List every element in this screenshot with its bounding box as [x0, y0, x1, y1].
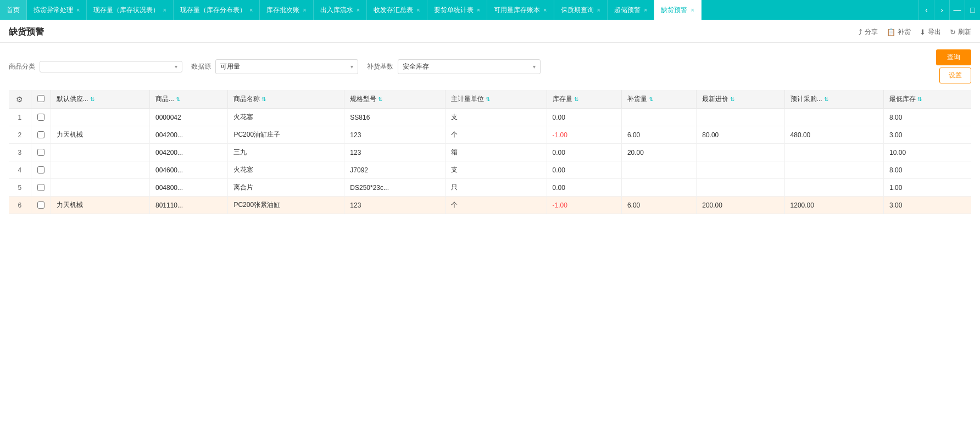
share-button[interactable]: ⤴ 分享 [859, 27, 878, 37]
datasource-select[interactable]: 可用量 ▾ [215, 59, 358, 74]
th-product-code[interactable]: 商品... ⇅ [149, 90, 227, 109]
tab-minimize-btn[interactable]: — [949, 0, 965, 20]
tab-close-shortage[interactable]: × [691, 7, 694, 13]
query-button[interactable]: 查询 [936, 49, 971, 65]
th-default-supplier[interactable]: 默认供应... ⇅ [51, 90, 149, 109]
filter-bar: 商品分类 ▾ 数据源 可用量 ▾ 补货基数 安全库存 ▾ 查询 设置 [0, 43, 980, 90]
cell-replenish-qty: 6.00 [621, 126, 696, 144]
row-checkbox[interactable] [37, 149, 44, 156]
filter-right-buttons: 查询 设置 [936, 49, 971, 83]
header-actions: ⤴ 分享 📋 补货 ⬇ 导出 ↻ 刷新 [859, 27, 971, 37]
tab-prev-btn[interactable]: ‹ [918, 0, 934, 20]
cell-checkbox [31, 161, 51, 179]
th-product-name[interactable]: 商品名称 ⇅ [228, 90, 344, 109]
th-min-stock[interactable]: 最低库存 ⇅ [884, 90, 971, 109]
cell-spec: 123 [344, 144, 446, 161]
tab-order-stats[interactable]: 要货单统计表 × [427, 0, 487, 20]
cell-checkbox [31, 144, 51, 161]
sort-stock-icon: ⇅ [574, 96, 578, 102]
cell-stock: 0.00 [547, 179, 621, 197]
cell-product-name: 火花塞 [228, 161, 344, 179]
tab-shortage[interactable]: 缺货预警 × [654, 0, 701, 20]
tab-available-ledger[interactable]: 可用量库存账本 × [487, 0, 554, 20]
replenish-basis-select[interactable]: 安全库存 ▾ [398, 59, 541, 74]
tab-close-stock-status[interactable]: × [163, 7, 166, 13]
table-settings-icon[interactable]: ⚙ [16, 95, 23, 104]
tab-overstock[interactable]: 超储预警 × [608, 0, 654, 20]
cell-min-stock: 3.00 [884, 197, 971, 214]
replenish-basis-label: 补货基数 [367, 62, 393, 71]
category-select[interactable]: ▾ [40, 61, 182, 72]
th-unit[interactable]: 主计量单位 ⇅ [446, 90, 547, 109]
cell-stock: -1.00 [547, 126, 621, 144]
settings-button[interactable]: 设置 [939, 68, 971, 83]
tab-maximize-btn[interactable]: □ [965, 0, 980, 20]
tab-inout-flow[interactable]: 出入库流水 × [314, 0, 367, 20]
cell-est-purchase: 480.00 [784, 126, 883, 144]
tab-close-expiry-query[interactable]: × [597, 7, 600, 13]
tab-close-order-stats[interactable]: × [477, 7, 480, 13]
refresh-button[interactable]: ↻ 刷新 [950, 27, 971, 37]
cell-latest-price [697, 109, 784, 126]
row-checkbox[interactable] [37, 201, 44, 209]
tab-collect-summary[interactable]: 收发存汇总表 × [367, 0, 427, 20]
page-header: 缺货预警 ⤴ 分享 📋 补货 ⬇ 导出 ↻ 刷新 [0, 20, 980, 43]
cell-product-code: 801110... [149, 197, 227, 214]
cell-min-stock: 1.00 [884, 179, 971, 197]
row-checkbox[interactable] [37, 131, 44, 138]
cell-product-code: 0000042 [149, 109, 227, 126]
tab-expiry-query[interactable]: 保质期查询 × [554, 0, 608, 20]
cell-checkbox [31, 109, 51, 126]
cell-product-code: 004800... [149, 179, 227, 197]
cell-supplier [51, 161, 149, 179]
cell-supplier: 力天机械 [51, 197, 149, 214]
th-est-purchase[interactable]: 预计采购... ⇅ [784, 90, 883, 109]
tab-close-collect-summary[interactable]: × [416, 7, 420, 13]
tab-close-stock-dist[interactable]: × [249, 7, 253, 13]
row-checkbox[interactable] [37, 184, 44, 191]
th-replenish-qty[interactable]: 补货量 ⇅ [621, 90, 696, 109]
cell-checkbox [31, 197, 51, 214]
replenish-icon: 📋 [887, 28, 895, 36]
sort-min-stock-icon: ⇅ [917, 96, 922, 102]
th-stock[interactable]: 库存量 ⇅ [547, 90, 621, 109]
page-container: 缺货预警 ⤴ 分享 📋 补货 ⬇ 导出 ↻ 刷新 商品分类 [0, 20, 980, 437]
cell-est-purchase [784, 109, 883, 126]
cell-spec: J7092 [344, 161, 446, 179]
sort-est-icon: ⇅ [824, 96, 828, 102]
cell-latest-price: 200.00 [697, 197, 784, 214]
table-row: 4 004600... 火花塞 J7092 支 0.00 8.00 [9, 161, 971, 179]
select-all-checkbox[interactable] [37, 95, 44, 102]
cell-unit: 个 [446, 197, 547, 214]
tab-next-btn[interactable]: › [934, 0, 949, 20]
cell-index: 4 [9, 161, 31, 179]
tab-batch-account[interactable]: 库存批次账 × [260, 0, 313, 20]
tab-home[interactable]: 首页 [0, 0, 27, 20]
table-row: 3 004200... 三九 123 箱 0.00 20.00 10.00 [9, 144, 971, 161]
export-button[interactable]: ⬇ 导出 [920, 27, 941, 37]
cell-product-name: 火花塞 [228, 109, 344, 126]
data-table: ⚙ 默认供应... ⇅ 商品... ⇅ [9, 90, 971, 214]
tab-close-inout-flow[interactable]: × [357, 7, 360, 13]
tab-close-abnormal[interactable]: × [76, 7, 80, 13]
replenish-button[interactable]: 📋 补货 [887, 27, 911, 37]
tab-close-batch-account[interactable]: × [303, 7, 306, 13]
row-checkbox[interactable] [37, 114, 44, 121]
cell-unit: 只 [446, 179, 547, 197]
tab-stock-dist[interactable]: 现存量（库存分布表） × [174, 0, 260, 20]
cell-min-stock: 3.00 [884, 126, 971, 144]
table-row: 5 004800... 离合片 DS250*23c... 只 0.00 1.00 [9, 179, 971, 197]
tab-stock-status[interactable]: 现存量（库存状况表） × [87, 0, 173, 20]
th-spec[interactable]: 规格型号 ⇅ [344, 90, 446, 109]
cell-stock: -1.00 [547, 197, 621, 214]
cell-product-name: PC200张紧油缸 [228, 197, 344, 214]
row-checkbox[interactable] [37, 166, 44, 173]
th-latest-price[interactable]: 最新进价 ⇅ [697, 90, 784, 109]
cell-est-purchase [784, 179, 883, 197]
cell-index: 6 [9, 197, 31, 214]
tab-close-overstock[interactable]: × [644, 7, 647, 13]
tab-abnormal[interactable]: 拣货异常处理 × [27, 0, 87, 20]
cell-latest-price [697, 144, 784, 161]
tab-close-available-ledger[interactable]: × [543, 7, 547, 13]
cell-checkbox [31, 179, 51, 197]
